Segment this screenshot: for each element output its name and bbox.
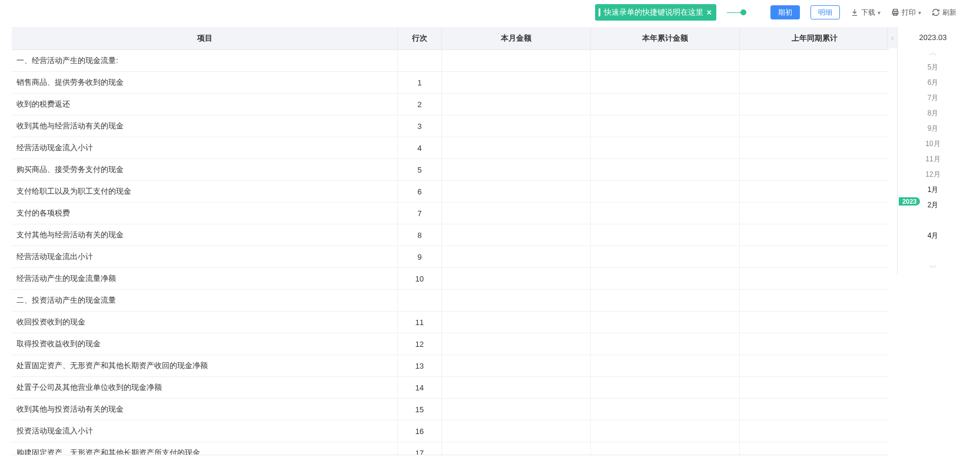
cell-item: 购建固定资产、无形资产和其他长期资产所支付的现金 [12, 442, 398, 455]
month-label: 10月 [925, 140, 940, 148]
cell-item: 二、投资活动产生的现金流量 [12, 290, 398, 312]
month-item[interactable]: 11月 [898, 151, 968, 167]
cell-rownum: 4 [398, 137, 442, 159]
cell-last [740, 312, 889, 333]
cell-year [590, 137, 739, 159]
table-row[interactable]: 支付给职工以及为职工支付的现金6 [12, 181, 889, 203]
chevron-down-icon: ▾ [918, 9, 921, 16]
tip-dot-icon [740, 9, 746, 15]
cell-month [441, 355, 590, 377]
cell-month [441, 420, 590, 442]
print-icon [891, 8, 899, 16]
month-item[interactable]: 9月 [898, 121, 968, 136]
month-label: 1月 [928, 186, 939, 194]
cell-year [590, 224, 739, 246]
cell-last [740, 333, 889, 355]
cell-item: 收到的税费返还 [12, 94, 398, 115]
table-row[interactable]: 购建固定资产、无形资产和其他长期资产所支付的现金17 [12, 442, 889, 455]
cell-rownum: 16 [398, 420, 442, 442]
cell-last [740, 246, 889, 268]
table-row[interactable]: 二、投资活动产生的现金流量 [12, 290, 889, 312]
cell-rownum: 9 [398, 246, 442, 268]
table-row[interactable]: 支付的各项税费7 [12, 203, 889, 224]
cell-month [441, 377, 590, 399]
mingxi-button[interactable]: 明细 [810, 5, 840, 19]
scroll-down-button[interactable]: ﹀ [898, 263, 968, 274]
cell-year [590, 159, 739, 181]
month-item[interactable]: 8月 [898, 105, 968, 121]
refresh-icon [932, 8, 940, 16]
table-row[interactable]: 一、经营活动产生的现金流量: [12, 50, 889, 72]
table-row[interactable]: 投资活动现金流入小计16 [12, 420, 889, 442]
cell-last [740, 159, 889, 181]
month-item[interactable]: 5月 [898, 59, 968, 75]
table-scroll[interactable]: 项目 行次 本月金额 本年累计金额 上年同期累计 一、经营活动产生的现金流量:销… [12, 27, 889, 455]
cell-rownum: 5 [398, 159, 442, 181]
topbar: 快速录单的快捷键说明在这里 × 期初 明细 下载 ▾ 打印 ▾ 刷新 [595, 4, 956, 21]
print-label: 打印 [902, 8, 916, 18]
cell-item: 销售商品、提供劳务收到的现金 [12, 72, 398, 94]
table-row[interactable]: 收回投资收到的现金11 [12, 312, 889, 333]
month-label: 7月 [928, 94, 939, 102]
refresh-button[interactable]: 刷新 [932, 8, 956, 18]
col-month: 本月金额 [441, 27, 590, 50]
month-label: 4月 [928, 231, 939, 240]
cell-last [740, 137, 889, 159]
year-badge: 2023 [899, 197, 920, 206]
collapse-chevron[interactable]: › [887, 27, 897, 48]
cell-month [441, 246, 590, 268]
cell-month [441, 115, 590, 137]
month-list: 2023 5月6月7月8月9月10月11月12月1月2月3月4月 [898, 59, 968, 263]
cell-last [740, 399, 889, 420]
cell-item: 收到其他与经营活动有关的现金 [12, 115, 398, 137]
table-row[interactable]: 经营活动现金流入小计4 [12, 137, 889, 159]
month-label: 3月 [928, 216, 939, 224]
cell-item: 支付给职工以及为职工支付的现金 [12, 181, 398, 203]
cell-last [740, 268, 889, 290]
month-item[interactable]: 3月 [898, 213, 968, 228]
month-item[interactable]: 10月 [898, 136, 968, 151]
cell-month [441, 159, 590, 181]
month-item[interactable]: 6月 [898, 75, 968, 90]
cell-rownum: 14 [398, 377, 442, 399]
cell-month [441, 137, 590, 159]
month-label: 9月 [928, 124, 939, 133]
cell-item: 收到其他与投资活动有关的现金 [12, 399, 398, 420]
refresh-label: 刷新 [942, 8, 956, 18]
chevron-down-icon: ﹀ [929, 263, 937, 272]
month-item[interactable]: 12月 [898, 167, 968, 182]
table-row[interactable]: 收到其他与经营活动有关的现金3 [12, 115, 889, 137]
app-root: 快速录单的快捷键说明在这里 × 期初 明细 下载 ▾ 打印 ▾ 刷新 › [0, 0, 980, 467]
table-row[interactable]: 经营活动现金流出小计9 [12, 246, 889, 268]
month-item[interactable]: 1月 [898, 182, 968, 197]
cell-year [590, 442, 739, 455]
table-row[interactable]: 取得投资收益收到的现金12 [12, 333, 889, 355]
table-row[interactable]: 支付其他与经营活动有关的现金8 [12, 224, 889, 246]
scroll-up-button[interactable]: ︿ [898, 48, 968, 59]
month-label: 2月 [928, 201, 939, 209]
col-rownum: 行次 [398, 27, 442, 50]
qichu-button[interactable]: 期初 [770, 5, 800, 19]
download-button[interactable]: 下载 ▾ [851, 8, 881, 18]
cell-month [441, 181, 590, 203]
month-item[interactable]: 4月 [898, 228, 968, 243]
cell-item: 投资活动现金流入小计 [12, 420, 398, 442]
cell-year [590, 399, 739, 420]
table-row[interactable]: 处置子公司及其他营业单位收到的现金净额14 [12, 377, 889, 399]
print-button[interactable]: 打印 ▾ [891, 8, 921, 18]
table-row[interactable]: 处置固定资产、无形资产和其他长期资产收回的现金净额13 [12, 355, 889, 377]
month-item[interactable]: 7月 [898, 90, 968, 105]
table-row[interactable]: 销售商品、提供劳务收到的现金1 [12, 72, 889, 94]
table-row[interactable]: 收到的税费返还2 [12, 94, 889, 115]
chevron-right-icon: › [891, 33, 894, 42]
close-icon[interactable]: × [707, 8, 712, 17]
cell-last [740, 115, 889, 137]
cell-year [590, 50, 739, 72]
table-row[interactable]: 购买商品、接受劳务支付的现金5 [12, 159, 889, 181]
table-row[interactable]: 收到其他与投资活动有关的现金15 [12, 399, 889, 420]
tip-pill: 快速录单的快捷键说明在这里 × [595, 4, 716, 21]
cell-rownum: 11 [398, 312, 442, 333]
table-row[interactable]: 经营活动产生的现金流量净额10 [12, 268, 889, 290]
cell-month [441, 312, 590, 333]
cell-month [441, 399, 590, 420]
